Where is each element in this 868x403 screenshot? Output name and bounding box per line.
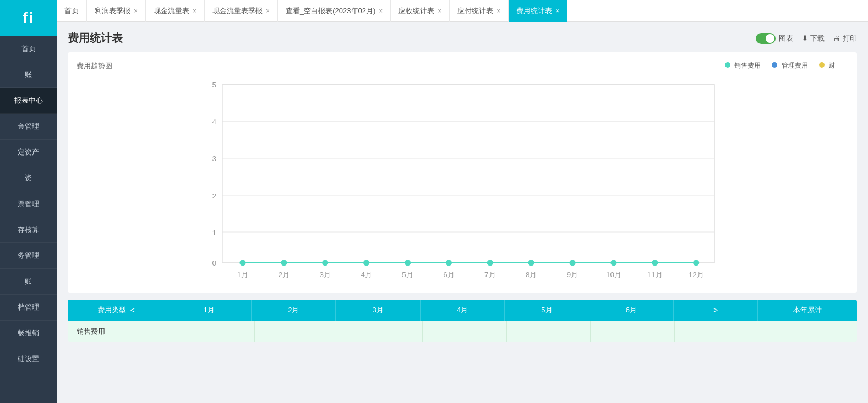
tab-close-expense[interactable]: × xyxy=(555,7,559,15)
table-cell-type: 销售费用 xyxy=(68,321,171,342)
table-cell-nav-placeholder xyxy=(675,321,759,342)
page-title: 费用统计表 xyxy=(68,31,123,46)
svg-point-30 xyxy=(446,260,452,266)
svg-text:3: 3 xyxy=(212,154,216,163)
legend-sales-dot xyxy=(725,62,730,68)
toggle-track[interactable] xyxy=(756,33,776,44)
svg-text:7月: 7月 xyxy=(484,270,495,279)
table-section: 费用类型 < 1月 2月 3月 4月 5月 xyxy=(68,300,857,342)
table-cell-mar xyxy=(339,321,423,342)
sidebar-item-capital[interactable]: 资 xyxy=(0,165,57,191)
svg-text:12月: 12月 xyxy=(689,270,704,279)
svg-text:3月: 3月 xyxy=(320,270,331,279)
sidebar-item-fund[interactable]: 金管理 xyxy=(0,114,57,140)
table-cell-feb xyxy=(255,321,339,342)
svg-text:4: 4 xyxy=(212,118,216,126)
svg-text:11月: 11月 xyxy=(647,270,663,279)
page-header: 费用统计表 图表 ⬇ 下载 🖨 打印 xyxy=(57,22,868,52)
tab-bar: 首页 利润表季报 × 现金流量表 × 现金流量表季报 × 查看_空白报表(202… xyxy=(57,0,868,22)
print-icon: 🖨 xyxy=(833,34,840,42)
sidebar-item-assets[interactable]: 定资产 xyxy=(0,140,57,165)
download-button[interactable]: ⬇ 下载 xyxy=(802,34,825,43)
chart-toggle[interactable]: 图表 xyxy=(756,33,793,44)
download-icon: ⬇ xyxy=(802,34,808,42)
table-header-apr: 4月 xyxy=(421,300,505,321)
chart-legend: 销售费用 管理费用 财 xyxy=(725,61,835,70)
tab-close-cashflow-quarterly[interactable]: × xyxy=(266,7,270,15)
sidebar-item-reports[interactable]: 报表中心 xyxy=(0,88,57,114)
tab-profit-quarterly[interactable]: 利润表季报 × xyxy=(87,0,146,22)
tab-close-profit-quarterly[interactable]: × xyxy=(134,7,138,15)
tab-close-cashflow[interactable]: × xyxy=(193,7,196,15)
sidebar-item-home[interactable]: 首页 xyxy=(0,36,57,62)
chart-container: 5 4 3 2 1 0 1月 2月 xyxy=(77,75,848,284)
svg-text:5月: 5月 xyxy=(402,270,413,279)
sidebar-item-invoice[interactable]: 票管理 xyxy=(0,191,57,217)
svg-point-35 xyxy=(652,260,658,266)
nav-next-arrow[interactable]: > xyxy=(711,306,720,314)
sidebar-item-archive[interactable]: 档管理 xyxy=(0,295,57,321)
table-header-nav-next[interactable]: > xyxy=(674,300,758,321)
svg-text:1: 1 xyxy=(212,229,216,237)
svg-point-33 xyxy=(569,260,575,266)
nav-prev-arrow[interactable]: < xyxy=(128,306,137,314)
svg-point-27 xyxy=(322,260,328,266)
sidebar-item-account[interactable]: 账 xyxy=(0,62,57,88)
svg-point-28 xyxy=(363,260,369,266)
table-header-type: 费用类型 < xyxy=(68,300,167,321)
tab-close-receivable[interactable]: × xyxy=(438,7,441,15)
toggle-thumb xyxy=(766,34,774,43)
table-cell-jun xyxy=(591,321,675,342)
tab-blank-report[interactable]: 查看_空白报表(2023年02月) × xyxy=(278,0,391,22)
sidebar-item-service[interactable]: 务管理 xyxy=(0,243,57,269)
svg-text:5: 5 xyxy=(212,81,216,89)
table-header-row: 费用类型 < 1月 2月 3月 4月 5月 xyxy=(68,300,857,321)
content-area: 费用统计表 图表 ⬇ 下载 🖨 打印 费用趋势图 xyxy=(57,22,868,403)
svg-point-31 xyxy=(487,260,493,266)
table-cell-ytd xyxy=(758,321,857,342)
table-cell-may xyxy=(507,321,591,342)
svg-point-25 xyxy=(239,260,245,266)
tab-cashflow-quarterly[interactable]: 现金流量表季报 × xyxy=(205,0,278,22)
svg-point-34 xyxy=(610,260,616,266)
svg-text:10月: 10月 xyxy=(606,270,621,279)
sidebar-item-ledger[interactable]: 账 xyxy=(0,269,57,295)
sidebar-item-inventory[interactable]: 存核算 xyxy=(0,217,57,243)
chart-section: 费用趋势图 销售费用 管理费用 财 5 xyxy=(68,52,857,293)
table-cell-jan xyxy=(171,321,255,342)
sidebar-logo: fi xyxy=(0,0,57,36)
svg-point-36 xyxy=(693,260,699,266)
sidebar: fi 首页 账 报表中心 金管理 定资产 资 票管理 存核算 务管理 账 档管理… xyxy=(0,0,57,403)
tab-receivable[interactable]: 应收统计表 × xyxy=(391,0,450,22)
legend-admin-dot xyxy=(772,62,777,68)
sidebar-item-settings[interactable]: 础设置 xyxy=(0,346,57,372)
tab-close-payable[interactable]: × xyxy=(496,7,500,15)
legend-admin: 管理费用 xyxy=(772,61,807,70)
print-button[interactable]: 🖨 打印 xyxy=(833,34,857,43)
table-header-ytd: 本年累计 xyxy=(758,300,857,321)
svg-rect-12 xyxy=(222,85,714,263)
chart-svg: 5 4 3 2 1 0 1月 2月 xyxy=(77,75,848,284)
table-header-jun: 6月 xyxy=(589,300,674,321)
svg-text:1月: 1月 xyxy=(237,270,248,279)
tab-expense[interactable]: 费用统计表 × xyxy=(509,0,567,22)
sidebar-item-reimbursement[interactable]: 畅报销 xyxy=(0,321,57,346)
tab-home[interactable]: 首页 xyxy=(57,0,87,22)
tab-close-blank-report[interactable]: × xyxy=(379,7,383,15)
toggle-label: 图表 xyxy=(779,34,793,43)
tab-payable[interactable]: 应付统计表 × xyxy=(450,0,509,22)
svg-point-29 xyxy=(405,260,411,266)
svg-text:2月: 2月 xyxy=(279,270,290,279)
svg-point-26 xyxy=(281,260,287,266)
tab-cashflow[interactable]: 现金流量表 × xyxy=(146,0,205,22)
svg-text:6月: 6月 xyxy=(443,270,454,279)
legend-finance: 财 xyxy=(819,61,835,70)
table-header-jan: 1月 xyxy=(167,300,252,321)
table-header-feb: 2月 xyxy=(252,300,336,321)
header-actions: 图表 ⬇ 下载 🖨 打印 xyxy=(756,33,857,44)
legend-sales: 销售费用 xyxy=(725,61,761,70)
svg-text:0: 0 xyxy=(212,259,216,267)
table-row: 销售费用 xyxy=(68,321,857,342)
svg-text:8月: 8月 xyxy=(526,270,537,279)
table-cell-apr xyxy=(423,321,507,342)
